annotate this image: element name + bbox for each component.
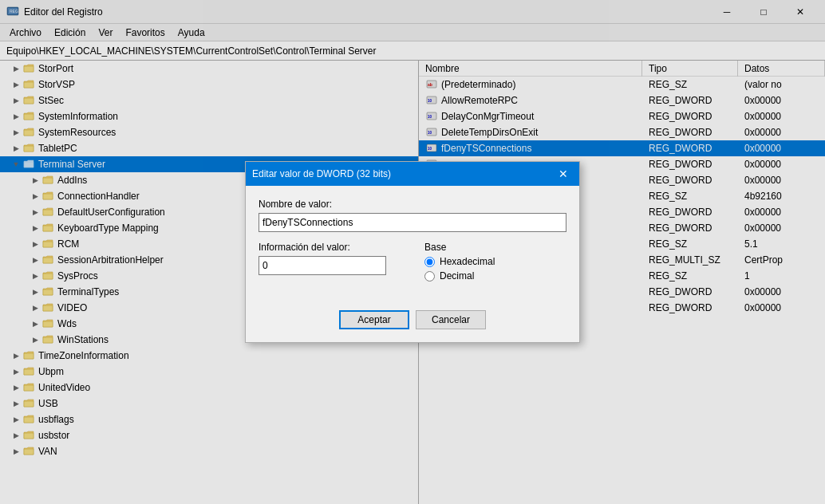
dialog-title: Editar valor de DWORD (32 bits) [252, 168, 391, 179]
info-label: Información del valor: [259, 242, 386, 253]
base-title: Base [424, 242, 495, 253]
value-group: Información del valor: [259, 242, 386, 282]
edit-dword-dialog: Editar valor de DWORD (32 bits) ✕ Nombre… [245, 161, 580, 343]
decimal-label: Decimal [440, 270, 474, 282]
value-input[interactable] [259, 256, 386, 275]
base-group: Base Hexadecimal Decimal [424, 242, 495, 282]
hexadecimal-label: Hexadecimal [440, 256, 495, 267]
nombre-label: Nombre de valor: [259, 199, 566, 210]
decimal-option[interactable]: Decimal [424, 270, 495, 282]
cancel-button[interactable]: Cancelar [416, 310, 486, 329]
dialog-buttons: Aceptar Cancelar [246, 304, 579, 342]
nombre-input[interactable] [259, 213, 566, 232]
dialog-close-button[interactable]: ✕ [554, 165, 573, 183]
dialog-overlay: Editar valor de DWORD (32 bits) ✕ Nombre… [0, 0, 825, 504]
decimal-radio[interactable] [424, 271, 435, 282]
dialog-titlebar: Editar valor de DWORD (32 bits) ✕ [246, 162, 579, 186]
value-row: Información del valor: Base Hexadecimal … [259, 242, 566, 282]
dialog-body: Nombre de valor: Información del valor: … [246, 186, 579, 304]
ok-button[interactable]: Aceptar [339, 310, 409, 329]
hexadecimal-option[interactable]: Hexadecimal [424, 256, 495, 267]
hexadecimal-radio[interactable] [424, 257, 435, 267]
